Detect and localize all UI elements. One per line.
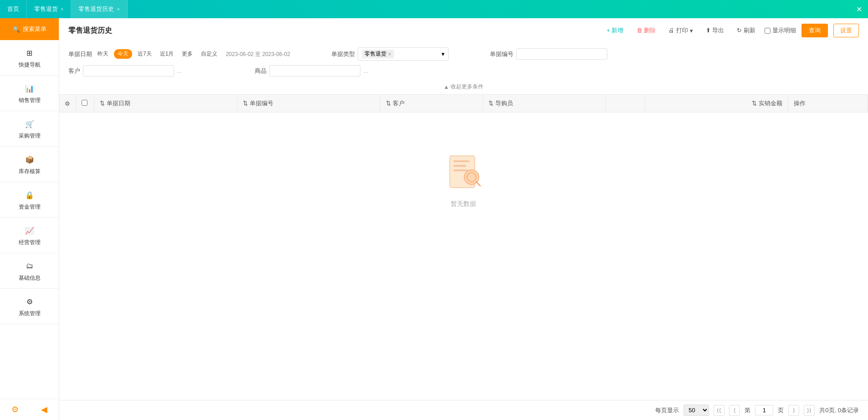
first-page-button[interactable]: ⟨⟨ (714, 405, 724, 416)
sidebar-item-operations-mgmt-label: 经营管理 (19, 239, 41, 246)
delete-button[interactable]: 🗑 删除 (633, 25, 660, 36)
sidebar-item-operations-mgmt[interactable]: 📈 经营管理 (0, 218, 59, 253)
search-icon: 🔍 (13, 26, 20, 33)
page-label: 第 (745, 406, 750, 415)
sidebar-item-sales-mgmt[interactable]: 📊 销售管理 (0, 76, 59, 111)
filter-customer-input[interactable] (83, 65, 174, 77)
filter-row-1: 单据日期 昨天 今天 近7天 近1月 更多 自定义 2023-06-02 至 2… (68, 47, 859, 61)
show-detail-checkbox[interactable]: 显示明细 (765, 26, 796, 35)
next-page-button[interactable]: ⟩ (788, 405, 799, 416)
data-table: ⚙ ⇅ 单据日期 ⇅ 单据编号 ⇅ 客户 (59, 95, 868, 245)
th-actual-amount-label: ⇅ 实销金额 (752, 100, 782, 107)
sidebar-item-quick-nav-label: 快捷导航 (19, 61, 41, 69)
sidebar-item-inventory[interactable]: 📦 库存核算 (0, 147, 59, 182)
setting-button[interactable]: 设置 (833, 24, 859, 37)
empty-state: 暂无数据 (59, 113, 868, 245)
page-title: 零售退货历史 (68, 26, 112, 36)
th-customer: ⇅ 客户 (380, 95, 483, 113)
th-doc-no-label: ⇅ 单据编号 (243, 100, 273, 107)
sidebar-item-purchase-mgmt[interactable]: 🛒 采购管理 (0, 111, 59, 147)
page-number-input[interactable]: 1 (755, 405, 773, 415)
table-container: ⚙ ⇅ 单据日期 ⇅ 单据编号 ⇅ 客户 (59, 95, 868, 400)
tab-bar: 首页 零售退货 × 零售退货历史 × (0, 0, 850, 18)
page-header: 零售退货历史 + 新增 🗑 删除 🖨 打印 ▾ ⬆ 导出 (59, 18, 868, 95)
date-opt-last1m[interactable]: 近1月 (157, 49, 177, 59)
th-actions-label: 操作 (794, 100, 806, 107)
empty-text: 暂无数据 (451, 200, 476, 208)
collapse-sidebar-icon[interactable]: ◀ (41, 405, 47, 415)
filter-goods-input[interactable] (269, 65, 360, 77)
date-opt-more[interactable]: 更多 (179, 49, 195, 59)
th-guide: ⇅ 导购员 (483, 95, 606, 113)
sidebar-item-system-mgmt-label: 系统管理 (19, 310, 41, 318)
select-all-checkbox[interactable] (82, 100, 87, 106)
filter-row-2: 客户 ... 商品 ... (68, 65, 859, 77)
total-label: 共0页, 0条记录 (819, 406, 859, 415)
sidebar-search[interactable]: 🔍 搜索菜单 (0, 18, 59, 40)
filter-doc-type-select[interactable]: 零售退货 × ▾ (358, 47, 449, 61)
prev-page-button[interactable]: ⟨ (729, 405, 740, 416)
system-mgmt-icon: ⚙ (23, 295, 36, 308)
th-checkbox[interactable] (76, 95, 94, 113)
operations-mgmt-icon: 📈 (23, 224, 36, 237)
svg-rect-1 (453, 160, 469, 162)
date-opt-custom[interactable]: 自定义 (198, 49, 220, 59)
tab-home[interactable]: 首页 (0, 0, 27, 18)
new-button[interactable]: + 新增 (603, 25, 627, 36)
filter-doc-type: 单据类型 零售退货 × ▾ (331, 47, 449, 61)
settings-icon[interactable]: ⚙ (65, 100, 70, 107)
purchase-mgmt-icon: 🛒 (23, 118, 36, 130)
tab-retail-return[interactable]: 零售退货 × (27, 0, 71, 18)
tab-retail-return-close[interactable]: × (61, 6, 63, 12)
tab-retail-return-label: 零售退货 (34, 5, 58, 13)
export-button[interactable]: ⬆ 导出 (702, 25, 728, 36)
date-opt-last7[interactable]: 近7天 (135, 49, 154, 59)
filter-doc-type-label: 单据类型 (331, 50, 355, 58)
sidebar-item-quick-nav[interactable]: ⊞ 快捷导航 (0, 40, 59, 76)
th-customer-label: ⇅ 客户 (386, 100, 405, 107)
sidebar-item-finance-mgmt-label: 资金管理 (19, 203, 41, 211)
filter-doc-no-label: 单据编号 (490, 50, 514, 58)
sidebar-item-finance-mgmt[interactable]: 🔒 资金管理 (0, 182, 59, 218)
toolbar: + 新增 🗑 删除 🖨 打印 ▾ ⬆ 导出 ↻ 刷新 (603, 24, 859, 37)
customer-dots: ... (177, 67, 182, 74)
window-close-button[interactable]: ✕ (850, 0, 868, 18)
refresh-button[interactable]: ↻ 刷新 (733, 25, 759, 36)
query-button[interactable]: 查询 (801, 24, 828, 37)
filter-date: 单据日期 昨天 今天 近7天 近1月 更多 自定义 2023-06-02 至 2… (68, 49, 290, 59)
sidebar-bottom: ⚙ ◀ (0, 399, 59, 420)
page-title-row: 零售退货历史 + 新增 🗑 删除 🖨 打印 ▾ ⬆ 导出 (68, 24, 859, 37)
quick-nav-icon: ⊞ (23, 46, 36, 59)
th-settings[interactable]: ⚙ (59, 95, 76, 113)
th-doc-no: ⇅ 单据编号 (237, 95, 380, 113)
last-page-button[interactable]: ⟩⟩ (804, 405, 815, 416)
export-button-label: ⬆ 导出 (706, 26, 724, 35)
th-actual-amount: ⇅ 实销金额 (645, 95, 788, 113)
per-page-select[interactable]: 50 100 200 (683, 405, 709, 416)
table-header-row: ⚙ ⇅ 单据日期 ⇅ 单据编号 ⇅ 客户 (59, 95, 868, 113)
sidebar-item-basic-info-label: 基础信息 (19, 274, 41, 282)
th-actions: 操作 (788, 95, 868, 113)
filter-doc-no-input[interactable] (516, 48, 607, 60)
filter-date-label: 单据日期 (68, 50, 92, 58)
tab-retail-return-history[interactable]: 零售退货历史 × (71, 0, 127, 18)
show-detail-input[interactable] (765, 28, 770, 34)
tab-retail-return-history-close[interactable]: × (117, 6, 119, 12)
print-dropdown-icon: ▾ (690, 27, 693, 34)
date-opt-today[interactable]: 今天 (114, 49, 132, 59)
sidebar-item-basic-info[interactable]: 🗂 基础信息 (0, 253, 59, 289)
date-opt-yesterday[interactable]: 昨天 (95, 49, 111, 59)
date-options: 昨天 今天 近7天 近1月 更多 自定义 (95, 49, 220, 59)
goods-dots: ... (363, 67, 368, 74)
doc-type-tag-close[interactable]: × (388, 51, 391, 57)
collapse-button[interactable]: ▲ 收起更多条件 (444, 83, 484, 91)
empty-icon (441, 149, 486, 195)
print-button[interactable]: 🖨 打印 ▾ (665, 25, 697, 36)
finance-mgmt-icon: 🔒 (23, 189, 36, 201)
top-nav: 首页 零售退货 × 零售退货历史 × ✕ (0, 0, 868, 18)
settings-bottom-icon[interactable]: ⚙ (11, 405, 19, 415)
delete-button-label: 🗑 删除 (637, 26, 656, 35)
show-detail-label: 显示明细 (772, 26, 796, 35)
sidebar-item-system-mgmt[interactable]: ⚙ 系统管理 (0, 289, 59, 324)
new-button-label: + 新增 (606, 26, 623, 35)
